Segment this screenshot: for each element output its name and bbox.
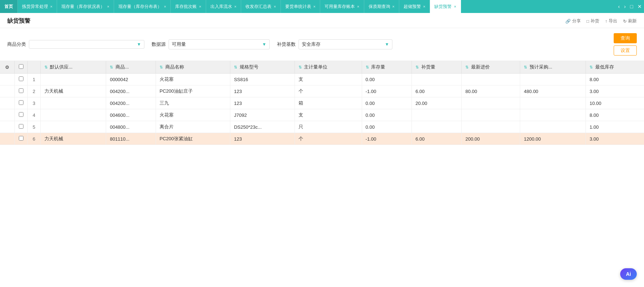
row-checkbox-cell	[14, 109, 27, 121]
th-product-code: ⇅ 商品...	[106, 61, 156, 74]
gear-icon[interactable]: ⚙	[5, 65, 9, 70]
cell-product-code: 004800...	[106, 121, 156, 133]
cell-replenish-qty: 6.00	[412, 133, 461, 145]
nav-close-btn[interactable]: ✕	[635, 0, 644, 13]
cell-latest-price: 200.00	[462, 133, 520, 145]
cell-min-stock: 3.00	[586, 85, 644, 97]
row-checkbox[interactable]	[19, 124, 23, 129]
cell-default-supplier	[40, 97, 106, 109]
category-label: 商品分类	[7, 41, 26, 48]
tab-collect-summary-label: 收发存汇总表	[245, 4, 271, 10]
tab-shortage[interactable]: 缺货预警 ×	[430, 0, 461, 13]
row-checkbox[interactable]	[19, 112, 23, 117]
cell-spec: DS250*23c...	[230, 121, 295, 133]
nav-prev-btn[interactable]: ‹	[616, 0, 622, 13]
cell-product-code: 801110...	[106, 133, 156, 145]
tab-inout-flow-label: 出入库流水	[210, 4, 232, 10]
filter-area: 商品分类 ▼ 数据源 可用量 ▼ 补货基数 安全库存 ▼ 查询 设置	[0, 28, 644, 61]
tab-available-ledger-label: 可用量库存账本	[325, 4, 355, 10]
tab-inventory-status[interactable]: 现存量（库存状况表） ×	[57, 0, 114, 13]
tab-collect-summary-close[interactable]: ×	[274, 4, 276, 9]
row-gear-cell	[0, 121, 14, 133]
cell-replenish-qty: 20.00	[412, 97, 461, 109]
refresh-icon: ↻	[623, 19, 627, 24]
tab-batch-account-close[interactable]: ×	[199, 4, 201, 9]
cell-product-code: 004200...	[106, 85, 156, 97]
tab-order-stat[interactable]: 要货单统计表 ×	[281, 0, 320, 13]
tab-inventory-status-close[interactable]: ×	[107, 4, 109, 9]
row-gear-cell	[0, 133, 14, 145]
cell-product-name: 火花塞	[156, 74, 230, 85]
cell-latest-price	[462, 109, 520, 121]
sort-icon-code: ⇅	[110, 65, 113, 69]
replenish-icon: □	[587, 19, 589, 24]
row-checkbox[interactable]	[19, 136, 23, 141]
share-button[interactable]: 🔗 分享	[565, 18, 581, 24]
table-row: 2力天机械004200...PC200油缸庄子123个-1.006.0080.0…	[0, 85, 644, 97]
query-button[interactable]: 查询	[614, 33, 637, 43]
tab-order-stat-close[interactable]: ×	[313, 4, 316, 9]
page-header: 缺货预警 🔗 分享 □ 补货 ↑ 导出 ↻ 刷新	[0, 13, 644, 28]
tab-abnormal-close[interactable]: ×	[50, 4, 52, 9]
tab-expiry[interactable]: 保质期查询 ×	[364, 0, 399, 13]
th-latest-price: ⇅ 最新进价	[462, 61, 520, 74]
tab-inout-flow[interactable]: 出入库流水 ×	[206, 0, 241, 13]
replenish-button[interactable]: □ 补货	[587, 18, 599, 24]
tab-batch-account[interactable]: 库存批次账 ×	[171, 0, 206, 13]
cell-est-purchase	[520, 109, 586, 121]
refresh-button[interactable]: ↻ 刷新	[623, 18, 637, 24]
table-body: 10000042火花塞SS816支0.008.002力天机械004200...P…	[0, 74, 644, 145]
cell-product-name: PC200张紧油缸	[156, 133, 230, 145]
table-row: 4004600...火花塞J7092支0.008.00	[0, 109, 644, 121]
row-checkbox[interactable]	[19, 76, 23, 81]
tab-available-ledger[interactable]: 可用量库存账本 ×	[320, 0, 364, 13]
page-title: 缺货预警	[7, 17, 30, 25]
replenish-basis-dropdown-icon: ▼	[385, 42, 389, 47]
row-checkbox[interactable]	[19, 100, 23, 105]
cell-default-supplier	[40, 109, 106, 121]
tab-home[interactable]: 首页	[0, 0, 18, 13]
export-button[interactable]: ↑ 导出	[605, 18, 617, 24]
category-select[interactable]: ▼	[29, 40, 144, 49]
tab-inventory-dist-close[interactable]: ×	[164, 4, 166, 9]
th-est-purchase: ⇅ 预计采购...	[520, 61, 586, 74]
tab-expiry-label: 保质期查询	[369, 4, 390, 10]
cell-est-purchase: 1200.00	[520, 133, 586, 145]
main-content: 缺货预警 🔗 分享 □ 补货 ↑ 导出 ↻ 刷新 商品分类	[0, 13, 644, 287]
datasource-dropdown-icon: ▼	[262, 42, 266, 47]
table-row: 3004200...三九123箱0.0020.0010.00	[0, 97, 644, 109]
tab-available-ledger-close[interactable]: ×	[357, 4, 359, 9]
nav-next-btn[interactable]: ›	[622, 0, 628, 13]
tab-collect-summary[interactable]: 收发存汇总表 ×	[241, 0, 280, 13]
row-checkbox-cell	[14, 133, 27, 145]
row-gear-cell	[0, 109, 14, 121]
tab-overstock-close[interactable]: ×	[423, 4, 425, 9]
cell-spec: 123	[230, 85, 295, 97]
settings-button[interactable]: 设置	[614, 45, 637, 56]
tab-inout-flow-close[interactable]: ×	[234, 4, 236, 9]
tab-abnormal[interactable]: 拣货异常处理 ×	[18, 0, 57, 13]
cell-replenish-qty	[412, 74, 461, 85]
header-actions: 🔗 分享 □ 补货 ↑ 导出 ↻ 刷新	[565, 18, 637, 24]
replenish-basis-select[interactable]: 安全库存 ▼	[299, 39, 392, 49]
select-all-checkbox[interactable]	[19, 64, 23, 69]
datasource-select[interactable]: 可用量 ▼	[169, 39, 270, 49]
cell-min-stock: 8.00	[586, 74, 644, 85]
row-gear-cell	[0, 85, 14, 97]
share-label: 分享	[572, 18, 581, 24]
cell-spec: 123	[230, 133, 295, 145]
tab-inventory-dist[interactable]: 现存量（库存分布表） ×	[114, 0, 171, 13]
row-checkbox[interactable]	[19, 88, 23, 93]
ai-badge[interactable]: Ai	[620, 268, 637, 280]
sort-icon-price: ⇅	[465, 65, 469, 69]
cell-latest-price	[462, 121, 520, 133]
cell-est-purchase	[520, 121, 586, 133]
nav-window-btn[interactable]: □	[628, 0, 635, 13]
tab-overstock[interactable]: 超储预警 ×	[399, 0, 430, 13]
tab-shortage-close[interactable]: ×	[454, 4, 456, 9]
row-number: 5	[27, 121, 40, 133]
tab-expiry-close[interactable]: ×	[392, 4, 395, 9]
row-number: 1	[27, 74, 40, 85]
sort-icon-est: ⇅	[524, 65, 527, 69]
category-dropdown-icon: ▼	[137, 42, 141, 47]
